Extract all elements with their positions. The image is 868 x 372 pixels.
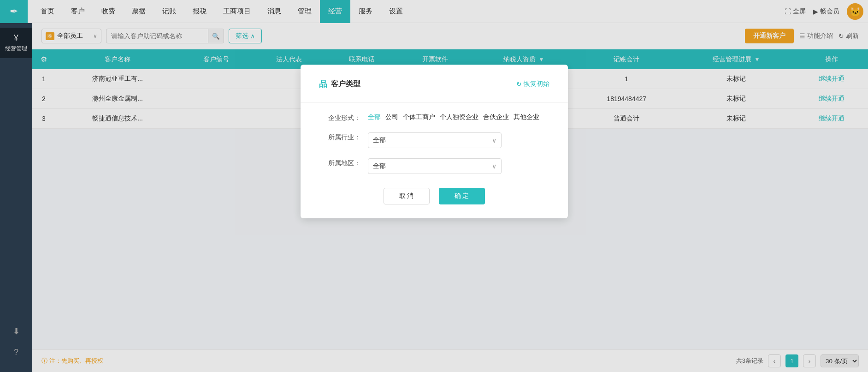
modal-footer: 取 消 确 定 xyxy=(319,188,549,204)
modal-divider xyxy=(301,102,568,103)
enterprise-option-individual[interactable]: 个体工商户 xyxy=(403,113,435,121)
industry-value: 全部 xyxy=(373,136,386,144)
modal-title: 品 客户类型 xyxy=(319,78,360,90)
enterprise-option-other[interactable]: 其他企业 xyxy=(514,113,539,121)
filter-modal: 品 客户类型 ↻ 恢复初始 企业形式： 全部 公司 个体工商户 个人独资企业 合… xyxy=(301,65,568,218)
modal-title-text: 客户类型 xyxy=(331,79,360,89)
industry-label: 所属行业： xyxy=(319,132,360,142)
modal-restore-button[interactable]: ↻ 恢复初始 xyxy=(516,80,549,88)
enterprise-option-partnership[interactable]: 合伙企业 xyxy=(483,113,509,121)
confirm-button[interactable]: 确 定 xyxy=(439,188,485,204)
enterprise-option-sole[interactable]: 个人独资企业 xyxy=(440,113,478,121)
enterprise-form-row: 企业形式： 全部 公司 个体工商户 个人独资企业 合伙企业 其他企业 xyxy=(319,113,549,122)
restore-icon: ↻ xyxy=(516,80,522,88)
region-label: 所属地区： xyxy=(319,158,360,168)
enterprise-option-company[interactable]: 公司 xyxy=(385,113,398,121)
modal-title-icon: 品 xyxy=(319,78,327,90)
industry-select[interactable]: 全部 ∨ xyxy=(368,132,502,148)
industry-dropdown-icon: ∨ xyxy=(492,137,496,144)
modal-header: 品 客户类型 ↻ 恢复初始 xyxy=(319,78,549,90)
cancel-button[interactable]: 取 消 xyxy=(384,188,430,204)
enterprise-form-label: 企业形式： xyxy=(319,113,360,122)
enterprise-options: 全部 公司 个体工商户 个人独资企业 合伙企业 其他企业 xyxy=(368,113,539,121)
region-select[interactable]: 全部 ∨ xyxy=(368,158,502,174)
enterprise-option-all[interactable]: 全部 xyxy=(368,113,381,121)
region-dropdown-icon: ∨ xyxy=(492,162,496,170)
region-row: 所属地区： 全部 ∨ xyxy=(319,158,549,174)
restore-label: 恢复初始 xyxy=(524,80,549,88)
modal-overlay: 品 客户类型 ↻ 恢复初始 企业形式： 全部 公司 个体工商户 个人独资企业 合… xyxy=(0,0,868,372)
region-value: 全部 xyxy=(373,162,386,170)
industry-row: 所属行业： 全部 ∨ xyxy=(319,132,549,148)
